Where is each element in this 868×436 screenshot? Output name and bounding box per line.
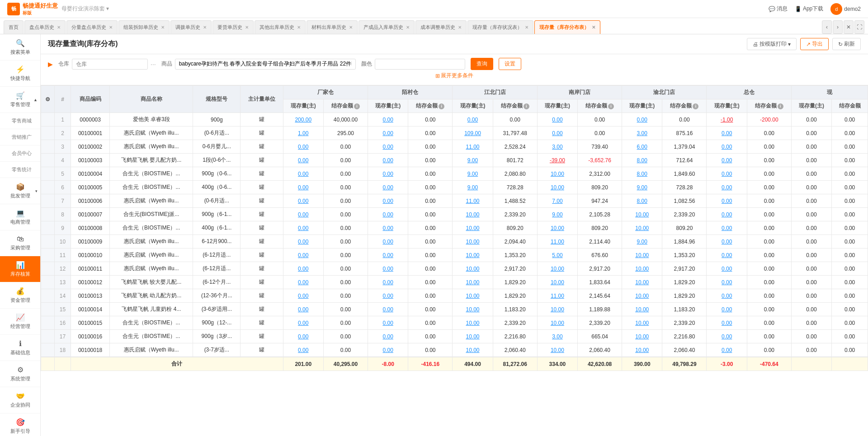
filter-color: 颜色: [361, 59, 465, 70]
color-input[interactable]: [375, 59, 465, 70]
tab-2[interactable]: 分量盘点单历史 ✕: [66, 20, 118, 34]
print-btn[interactable]: 🖨 按模版打印 ▾: [747, 38, 797, 50]
tab-close-10[interactable]: ✕: [525, 25, 528, 30]
col-cy-qty: 现存量(主): [283, 99, 323, 113]
tab-6[interactable]: 其他出库单历史 ✕: [255, 20, 306, 34]
tab-7[interactable]: 材料出库单历史 ✕: [307, 20, 358, 34]
sidebar-item-member[interactable]: 会员中心: [0, 145, 40, 162]
purchase-icon: 🛍: [3, 235, 38, 243]
tab-close-8[interactable]: ✕: [406, 25, 410, 30]
filter-warehouse: 仓库 ···: [58, 59, 156, 70]
operations-icon: 📈: [3, 313, 38, 322]
jb-amt-info[interactable]: i: [524, 103, 529, 109]
message-btn[interactable]: 💬 消息: [769, 5, 788, 13]
company-dropdown[interactable]: 母婴行业演示陈套 ▾: [61, 5, 109, 13]
tab-close-6[interactable]: ✕: [297, 25, 301, 30]
wholesale-icon: 📦: [3, 183, 38, 191]
tab-close-11[interactable]: ✕: [592, 25, 595, 30]
tab-close-2[interactable]: ✕: [109, 25, 113, 30]
tab-8[interactable]: 产成品入库单历史 ✕: [359, 20, 415, 34]
sidebar-item-basics[interactable]: ℹ 基础信息: [0, 335, 40, 361]
table-row: 200100001惠氏启赋（Wyeth illu...(0-6月适...罐1.0…: [41, 127, 868, 140]
sidebar-item-inventory[interactable]: 📊 库存核算: [0, 256, 40, 282]
tab-nav-expand[interactable]: ⛶: [854, 20, 864, 34]
sidebar-item-ecommerce[interactable]: 💻 电商管理: [0, 204, 40, 230]
query-btn[interactable]: 查询: [471, 58, 493, 70]
tab-5[interactable]: 要货单历史 ✕: [212, 20, 254, 34]
cy-amt-info[interactable]: i: [354, 103, 360, 109]
na-amt-info[interactable]: i: [608, 103, 614, 109]
expand-conditions-btn[interactable]: ⊞ 展开更多条件: [435, 72, 473, 80]
export-btn[interactable]: ↗ 导出: [800, 38, 829, 50]
wholesale-expand-icon: ▾: [35, 189, 38, 193]
sidebar-item-finance[interactable]: 💰 资金管理: [0, 282, 40, 309]
tab-nav-prev[interactable]: ‹: [822, 20, 832, 34]
tab-home[interactable]: 首页: [4, 20, 24, 34]
sidebar-item-purchase[interactable]: 🛍 采购管理: [0, 230, 40, 256]
sidebar-item-retail[interactable]: 🛒 零售管理 ▲: [0, 87, 40, 113]
tab-1[interactable]: 盘点单历史 ✕: [24, 20, 66, 34]
warehouse-dots-btn[interactable]: ···: [151, 61, 156, 68]
table-row: 1700100016合生元（BIOSTIME）...900g（3岁...罐0.0…: [41, 330, 868, 343]
col-settings-header[interactable]: ⚙: [41, 86, 55, 113]
sidebar-item-wholesale[interactable]: 📦 批发管理 ▾: [0, 178, 40, 204]
message-icon: 💬: [769, 6, 775, 12]
app-download-btn[interactable]: 📱 App下载: [795, 5, 823, 13]
collab-icon: 🤝: [3, 392, 38, 400]
tab-close-3[interactable]: ✕: [161, 25, 165, 30]
settings-btn[interactable]: 设置: [499, 58, 521, 70]
col-mc-amt: 结存金额i: [408, 99, 453, 113]
user-area[interactable]: d demo2: [830, 3, 861, 15]
avatar: d: [830, 3, 842, 15]
sidebar-item-marketing[interactable]: 营销推广: [0, 129, 40, 145]
tab-close-1[interactable]: ✕: [57, 25, 61, 30]
col-jb-amt: 结存金额i: [493, 99, 537, 113]
sidebar: 🔍 搜索英单 ⚡ 快捷导航 🛒 零售管理 ▲ 零售商城 营销推广 会员中心 零售…: [0, 34, 41, 436]
tab-close-4[interactable]: ✕: [203, 25, 207, 30]
table-row: 300100002惠氏启赋（Wyeth illu...0-6月婴儿...罐0.0…: [41, 140, 868, 154]
table-row: 800100007合生元(BIOSTIME)派...900g（6-1...罐0.…: [41, 208, 868, 221]
table-row: 1000100009惠氏启赋（Wyeth illu...6-12月900...罐…: [41, 235, 868, 248]
guide-icon: 🎯: [3, 418, 38, 427]
totals-row: 合计201.0040,295.00-8.00-416.16494.0081,27…: [41, 357, 868, 371]
sidebar-item-mall[interactable]: 零售商城: [0, 113, 40, 129]
top-bar: 畅 畅捷通好生意 标版 母婴行业演示陈套 ▾ 💬 消息 📱 App下载 d de…: [0, 0, 868, 18]
print-icon: 🖨: [753, 41, 758, 47]
app-icon: 📱: [795, 6, 802, 12]
col-spec-header: 规格型号: [193, 86, 241, 113]
tab-nav-next[interactable]: ›: [833, 20, 843, 34]
tab-close-5[interactable]: ✕: [245, 25, 249, 30]
tab-9[interactable]: 成本调整单历史 ✕: [415, 20, 467, 34]
sidebar-item-retail-stats[interactable]: 零售统计: [0, 162, 40, 178]
sidebar-item-guide[interactable]: 🎯 新手引导: [0, 413, 40, 436]
tab-4[interactable]: 调拨单历史 ✕: [170, 20, 212, 34]
filter-collapse-btn[interactable]: ▶: [48, 61, 53, 68]
tab-bar-inner: 首页 盘点单历史 ✕ 分量盘点单历史 ✕ 组装拆卸单历史 ✕ 调拨单历史 ✕ 要…: [4, 20, 821, 34]
tab-3[interactable]: 组装拆卸单历史 ✕: [118, 20, 170, 34]
tab-10[interactable]: 现存量（库存状况表） ✕: [467, 20, 533, 34]
yb-amt-info[interactable]: i: [693, 103, 698, 109]
refresh-btn[interactable]: ↻ 刷新: [832, 38, 861, 50]
col-yb-qty: 现存量(主): [622, 99, 662, 113]
tab-close-9[interactable]: ✕: [458, 25, 462, 30]
col-cur-qty: 现存量(主): [791, 99, 831, 113]
table-row: 1400100013飞鹤星飞帆 幼儿配方奶...(12-36个月...罐0.00…: [41, 289, 868, 303]
col-zc-qty: 现存量(主): [707, 99, 747, 113]
col-na-qty: 现存量(主): [537, 99, 577, 113]
tab-close-7[interactable]: ✕: [349, 25, 353, 30]
col-code-header: 商品编码: [71, 86, 110, 113]
sidebar-item-system[interactable]: ⚙ 系统管理: [0, 361, 40, 387]
retail-icon: 🛒: [3, 91, 38, 100]
zc-amt-info[interactable]: i: [778, 103, 783, 109]
sidebar-item-operations[interactable]: 📈 经营管理: [0, 309, 40, 335]
mc-amt-info[interactable]: i: [439, 103, 444, 109]
table-row: 1500100014飞鹤星飞帆 儿童奶粉 4...(3-6岁适用...罐0.00…: [41, 303, 868, 316]
sidebar-item-collab[interactable]: 🤝 企业协同: [0, 387, 40, 413]
tab-11[interactable]: 现存量（库存分布表） ✕: [534, 20, 600, 34]
goods-input[interactable]: [175, 59, 356, 70]
sidebar-item-search[interactable]: 🔍 搜索英单: [0, 34, 40, 61]
sidebar-item-nav[interactable]: ⚡ 快捷导航: [0, 61, 40, 87]
print-dropdown-icon: ▾: [788, 41, 791, 47]
warehouse-input[interactable]: [72, 59, 148, 70]
tab-nav-close[interactable]: ✕: [844, 20, 854, 34]
